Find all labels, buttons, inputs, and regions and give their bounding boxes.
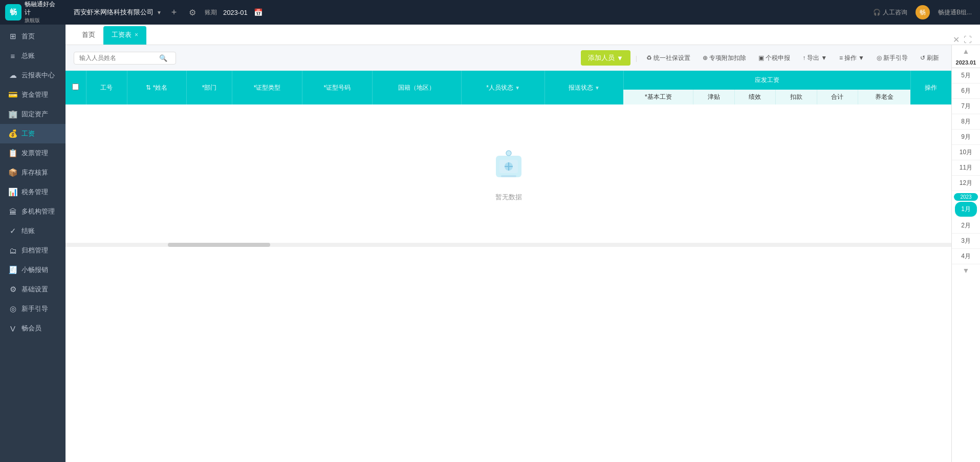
col-check[interactable] [66, 71, 86, 104]
scrollbar-track[interactable] [66, 243, 951, 247]
date-item-5[interactable]: 5月 [952, 68, 980, 83]
operation-dropdown-icon: ▼ [858, 54, 864, 61]
col-allowance: 津贴 [693, 90, 734, 104]
sidebar-item-总账[interactable]: ≡总账 [0, 46, 66, 66]
tax-icon: ▣ [758, 54, 764, 61]
date-item-7[interactable]: 7月 [952, 99, 980, 114]
tab-salary-label: 工资表 [112, 30, 132, 39]
date-item-8[interactable]: 8月 [952, 114, 980, 130]
status-filter-icon[interactable]: ▼ [515, 85, 520, 91]
col-name: ⇅ *姓名 [127, 71, 186, 104]
special-deduction-label: 专项附加扣除 [709, 54, 746, 62]
date-item-2[interactable]: 2月 [952, 218, 980, 234]
sidebar: 畅 畅融通好会计 旗舰版 ⊞首页≡总账☁云报表中心💳资金管理🏢固定资产💰工资📋发… [0, 0, 66, 462]
col-id-number: *证型号码 [302, 71, 373, 104]
sidebar-item-工资[interactable]: 💰工资 [0, 124, 66, 143]
tab-salary[interactable]: 工资表 × [103, 26, 146, 45]
salary-table-wrap: 工号 ⇅ *姓名 *部门 *证型类型 *证型号码 国籍（地区） *人员状态 ▼ [66, 71, 951, 462]
logo-icon: 畅 [5, 4, 21, 20]
add-company-button[interactable]: + [168, 6, 180, 18]
submit-filter-icon[interactable]: ▼ [595, 85, 600, 91]
special-deduction-button[interactable]: ⊕ 专项附加扣除 [699, 52, 750, 65]
nav-label-6: 发票管理 [21, 149, 48, 158]
nav-label-1: 总账 [21, 51, 35, 60]
company-select[interactable]: 西安虾米网络科技有限公司 ▼ [74, 8, 162, 17]
date-item-10[interactable]: 10月 [952, 145, 980, 160]
export-dropdown-icon: ▼ [821, 54, 827, 61]
expand-panel-button[interactable]: ⛶ [964, 35, 972, 45]
add-person-button[interactable]: 添加人员 ▼ [581, 50, 630, 66]
nav-label-12: 小畅报销 [21, 265, 48, 275]
date-item-3[interactable]: 3月 [952, 234, 980, 249]
date-item-6[interactable]: 6月 [952, 83, 980, 99]
nav-label-8: 税务管理 [21, 187, 48, 197]
year-badge-2023: 2023 [954, 193, 978, 201]
col-performance: 绩效 [734, 90, 775, 104]
sidebar-item-新手引导[interactable]: ◎新手引导 [0, 299, 66, 319]
nav-label-15: 畅会员 [21, 324, 41, 333]
date-item-1-active[interactable]: 1月 [955, 202, 977, 217]
nav-icon-0: ⊞ [8, 32, 17, 41]
sidebar-item-基础设置[interactable]: ⚙基础设置 [0, 280, 66, 299]
salary-table: 工号 ⇅ *姓名 *部门 *证型类型 *证型号码 国籍（地区） *人员状态 ▼ [66, 71, 951, 243]
search-input[interactable] [79, 54, 156, 61]
tab-home[interactable]: 首页 [74, 26, 103, 45]
nav-icon-1: ≡ [8, 52, 17, 60]
nav-icon-2: ☁ [8, 71, 17, 80]
sidebar-item-多机构管理[interactable]: 🏛多机构管理 [0, 202, 66, 221]
sidebar-item-归档管理[interactable]: 🗂归档管理 [0, 241, 66, 260]
sidebar-item-结账[interactable]: ✓结账 [0, 221, 66, 241]
select-all-checkbox[interactable] [72, 83, 79, 90]
empty-row: 暂无数据 [66, 104, 951, 243]
date-item-4[interactable]: 4月 [952, 249, 980, 264]
sidebar-item-畅会员[interactable]: V畅会员 [0, 319, 66, 338]
sidebar-item-固定资产[interactable]: 🏢固定资产 [0, 104, 66, 124]
export-button[interactable]: ↑ 导出 ▼ [798, 52, 831, 65]
sidebar-item-小畅报销[interactable]: 🧾小畅报销 [0, 260, 66, 280]
date-nav-down[interactable]: ▼ [952, 264, 980, 277]
sidebar-item-首页[interactable]: ⊞首页 [0, 27, 66, 46]
table-header-row: 工号 ⇅ *姓名 *部门 *证型类型 *证型号码 国籍（地区） *人员状态 ▼ [66, 71, 951, 90]
support-button[interactable]: 🎧 人工咨询 [873, 8, 907, 17]
empty-cell: 暂无数据 [66, 104, 951, 243]
nav-icon-3: 💳 [8, 90, 17, 99]
calendar-icon[interactable]: 📅 [254, 8, 263, 16]
sidebar-item-税务管理[interactable]: 📊税务管理 [0, 182, 66, 202]
date-nav-up[interactable]: ▲ [952, 45, 980, 57]
settings-button[interactable]: ⚙ [186, 6, 199, 18]
sidebar-item-资金管理[interactable]: 💳资金管理 [0, 85, 66, 104]
salary-page: 🔍 添加人员 ▼ | ♻ 统一社保设置 ⊕ 专项附加扣除 [66, 45, 951, 462]
export-icon: ↑ [802, 54, 805, 61]
sidebar-item-库存核算[interactable]: 📦库存核算 [0, 163, 66, 182]
tax-report-button[interactable]: ▣ 个税申报 [754, 52, 794, 65]
date-item-9[interactable]: 9月 [952, 130, 980, 145]
period-label: 账期 [205, 8, 217, 17]
nav-icon-4: 🏢 [8, 110, 17, 119]
user-name: 畅捷通B组... [938, 8, 972, 17]
guide-button[interactable]: ◎ 新手引导 [873, 52, 912, 65]
nav-icon-6: 📋 [8, 149, 17, 158]
search-wrap[interactable]: 🔍 [74, 52, 176, 65]
close-panel-button[interactable]: ✕ [953, 35, 960, 45]
empty-state: 暂无数据 [66, 104, 951, 243]
topbar: 西安虾米网络科技有限公司 ▼ + ⚙ 账期 2023-01 📅 🎧 人工咨询 畅… [66, 0, 980, 25]
scrollbar-thumb[interactable] [168, 243, 270, 247]
sidebar-item-发票管理[interactable]: 📋发票管理 [0, 143, 66, 163]
nav-label-3: 资金管理 [21, 90, 48, 99]
date-item-11[interactable]: 11月 [952, 160, 980, 176]
date-item-12[interactable]: 12月 [952, 176, 980, 191]
tab-close-icon[interactable]: × [135, 31, 138, 38]
col-status: *人员状态 ▼ [462, 71, 545, 104]
nav-icon-11: 🗂 [8, 246, 17, 255]
social-security-button[interactable]: ♻ 统一社保设置 [642, 52, 694, 65]
sidebar-item-云报表中心[interactable]: ☁云报表中心 [0, 66, 66, 85]
add-person-label: 添加人员 [588, 53, 615, 62]
date-panel: ▲ 2023.01 5月 6月 7月 8月 9月 10月 11月 12月 202… [951, 45, 980, 462]
operation-button[interactable]: ≡ 操作 ▼ [835, 52, 868, 65]
empty-icon [488, 145, 529, 186]
table-body: 暂无数据 [66, 104, 951, 243]
col-department: *部门 [186, 71, 232, 104]
refresh-button[interactable]: ↺ 刷新 [916, 52, 943, 65]
social-security-label: 统一社保设置 [654, 54, 690, 62]
nav-label-13: 基础设置 [21, 285, 48, 294]
